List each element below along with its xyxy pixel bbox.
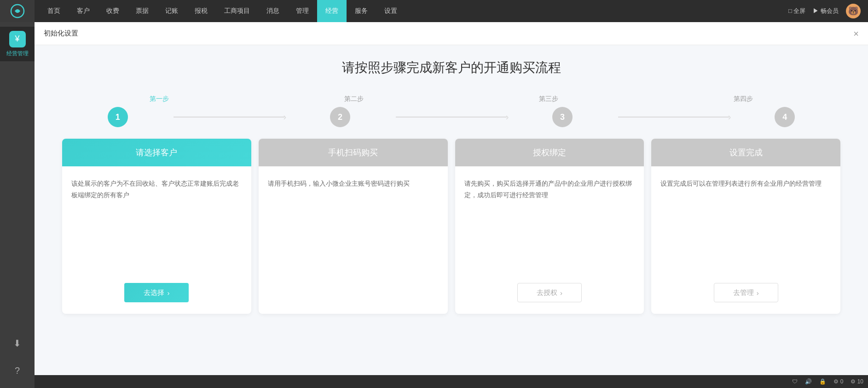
card-step2: 手机扫码购买 请用手机扫码，输入小微企业主账号密码进行购买 bbox=[259, 139, 448, 314]
card-header-1: 请选择客户 bbox=[62, 139, 251, 166]
nav-tax[interactable]: 报税 bbox=[186, 0, 216, 22]
card-step4: 设置完成 设置完成后可以在管理列表进行所有企业用户的经营管理 去管理 › bbox=[651, 139, 840, 314]
card-body-text-4: 设置完成后可以在管理列表进行所有企业用户的经营管理 bbox=[660, 180, 822, 187]
step-labels: 第一步 第二步 第三步 第四步 bbox=[62, 95, 840, 103]
close-button[interactable]: × bbox=[853, 29, 859, 38]
nav-invoice[interactable]: 票据 bbox=[127, 0, 157, 22]
nav-settings[interactable]: 设置 bbox=[376, 0, 405, 22]
card-header-4: 设置完成 bbox=[651, 139, 840, 166]
card-btn-label-3: 去授权 bbox=[537, 288, 557, 297]
volume-icon: 🔊 bbox=[805, 378, 812, 385]
step-line-2 bbox=[396, 117, 507, 118]
card-footer-2 bbox=[259, 295, 448, 314]
card-btn-3[interactable]: 去授权 › bbox=[517, 283, 582, 302]
sidebar-item-operation[interactable]: ¥ 经营管理 bbox=[0, 27, 35, 61]
card-body-text-2: 请用手机扫码，输入小微企业主账号密码进行购买 bbox=[268, 180, 410, 187]
card-title-4: 设置完成 bbox=[729, 147, 763, 158]
step-node-2: 2 bbox=[330, 107, 350, 127]
card-body-text-1: 该处展示的客户为不在回收站、客户状态正常建账后完成老板端绑定的所有客户 bbox=[71, 180, 239, 199]
nav-manage[interactable]: 管理 bbox=[288, 0, 317, 22]
nav-accounting[interactable]: 记账 bbox=[157, 0, 186, 22]
nav-customer[interactable]: 客户 bbox=[69, 0, 98, 22]
main-content: 初始化设置 × 请按照步骤完成新客户的开通购买流程 第一步 第二步 第三步 第四… bbox=[35, 22, 868, 375]
page-title: 初始化设置 bbox=[44, 29, 78, 38]
card-btn-label-4: 去管理 bbox=[733, 288, 754, 297]
card-header-2: 手机扫码购买 bbox=[259, 139, 448, 166]
card-btn-arrow-4: › bbox=[757, 289, 759, 297]
card-btn-arrow-3: › bbox=[560, 289, 562, 297]
step-label-2: 第二步 bbox=[257, 95, 451, 103]
card-step1: 请选择客户 该处展示的客户为不在回收站、客户状态正常建账后完成老板端绑定的所有客… bbox=[62, 139, 251, 314]
sidebar-help-btn[interactable]: ? bbox=[0, 358, 35, 383]
status-bar: ▶ 完成 🛡 🔊 🔒 ⚙ 0 ⚙ 10 bbox=[0, 375, 868, 388]
card-body-1: 该处展示的客户为不在回收站、客户状态正常建账后完成老板端绑定的所有客户 bbox=[62, 166, 251, 276]
settings-0-icon: ⚙ 0 bbox=[833, 378, 843, 385]
card-body-text-3: 请先购买，购买后选择开通的产品中的企业用户进行授权绑定，成功后即可进行经营管理 bbox=[464, 180, 632, 199]
sidebar-item-label: 经营管理 bbox=[6, 50, 29, 58]
card-btn-4[interactable]: 去管理 › bbox=[714, 283, 778, 302]
app-logo bbox=[0, 0, 35, 22]
card-btn-arrow-1: › bbox=[167, 289, 169, 297]
status-right: 🛡 🔊 🔒 ⚙ 0 ⚙ 10 bbox=[792, 378, 863, 385]
sidebar-download-btn[interactable]: ⬇ bbox=[0, 330, 35, 356]
card-header-3: 授权绑定 bbox=[455, 139, 644, 166]
shield-icon: 🛡 bbox=[792, 378, 798, 385]
card-body-2: 请用手机扫码，输入小微企业主账号密码进行购买 bbox=[259, 166, 448, 295]
sidebar: ¥ 经营管理 ⬇ ? bbox=[0, 22, 35, 388]
step-label-3: 第三步 bbox=[451, 95, 646, 103]
step-line-1 bbox=[174, 117, 285, 118]
step-label-1: 第一步 bbox=[62, 95, 257, 103]
wizard-area: 请按照步骤完成新客户的开通购买流程 第一步 第二步 第三步 第四步 1 2 3 … bbox=[35, 45, 868, 375]
settings-10-icon: ⚙ 10 bbox=[851, 378, 863, 385]
card-footer-1: 去选择 › bbox=[62, 276, 251, 314]
top-navigation: 首页 客户 收费 票据 记账 报税 工商项目 消息 管理 经营 服务 设置 □ … bbox=[0, 0, 868, 22]
lock-icon: 🔒 bbox=[819, 378, 826, 385]
nav-fee[interactable]: 收费 bbox=[98, 0, 127, 22]
card-body-3: 请先购买，购买后选择开通的产品中的企业用户进行授权绑定，成功后即可进行经营管理 bbox=[455, 166, 644, 276]
nav-right: □ 全屏 ▶ 畅会员 🐻 bbox=[788, 4, 868, 18]
card-body-4: 设置完成后可以在管理列表进行所有企业用户的经营管理 bbox=[651, 166, 840, 276]
card-step3: 授权绑定 请先购买，购买后选择开通的产品中的企业用户进行授权绑定，成功后即可进行… bbox=[455, 139, 644, 314]
card-title-1: 请选择客户 bbox=[136, 147, 177, 158]
fullscreen-btn[interactable]: □ 全屏 bbox=[788, 7, 805, 15]
card-title-2: 手机扫码购买 bbox=[328, 147, 378, 158]
step-node-1: 1 bbox=[108, 107, 128, 127]
page-header: 初始化设置 × bbox=[35, 22, 868, 45]
cards-container: 请选择客户 该处展示的客户为不在回收站、客户状态正常建账后完成老板端绑定的所有客… bbox=[62, 139, 840, 314]
card-footer-3: 去授权 › bbox=[455, 276, 644, 314]
step-node-4: 4 bbox=[775, 107, 795, 127]
nav-links: 首页 客户 收费 票据 记账 报税 工商项目 消息 管理 经营 服务 设置 bbox=[35, 0, 788, 22]
card-btn-1[interactable]: 去选择 › bbox=[124, 283, 189, 302]
step-nodes: 1 2 3 4 bbox=[62, 107, 840, 127]
card-title-3: 授权绑定 bbox=[533, 147, 566, 158]
step-label-4: 第四步 bbox=[646, 95, 840, 103]
nav-message[interactable]: 消息 bbox=[258, 0, 288, 22]
card-btn-label-1: 去选择 bbox=[144, 288, 164, 297]
membership-btn[interactable]: ▶ 畅会员 bbox=[813, 7, 839, 15]
nav-service[interactable]: 服务 bbox=[347, 0, 376, 22]
nav-operation[interactable]: 经营 bbox=[317, 0, 347, 22]
sidebar-bottom: ⬇ ? bbox=[0, 330, 35, 388]
operation-icon: ¥ bbox=[9, 31, 26, 47]
step-node-3: 3 bbox=[552, 107, 573, 127]
wizard-title: 请按照步骤完成新客户的开通购买流程 bbox=[62, 59, 840, 76]
nav-business[interactable]: 工商项目 bbox=[216, 0, 258, 22]
nav-home[interactable]: 首页 bbox=[39, 0, 69, 22]
step-line-3 bbox=[618, 117, 729, 118]
avatar[interactable]: 🐻 bbox=[846, 4, 861, 18]
card-footer-4: 去管理 › bbox=[651, 276, 840, 314]
